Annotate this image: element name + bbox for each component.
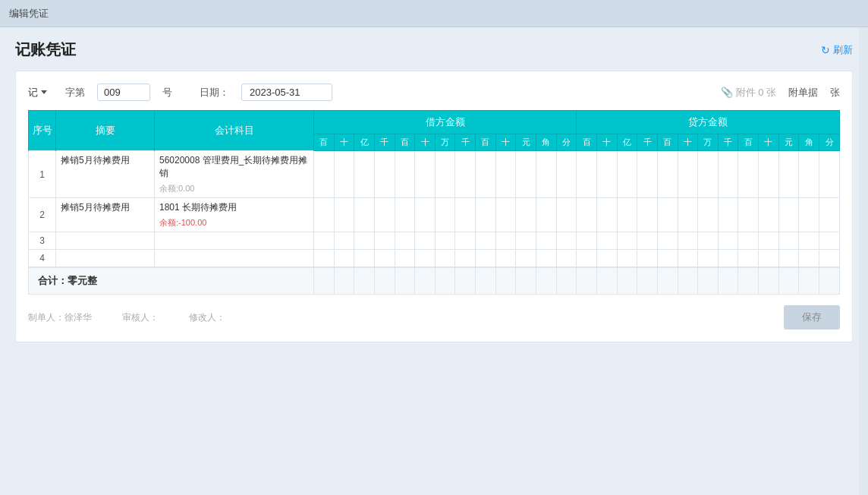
row-credit-9[interactable] — [759, 151, 779, 198]
row-credit-5[interactable] — [678, 232, 698, 250]
row-summary[interactable] — [56, 232, 155, 250]
refresh-button[interactable]: ↻ 刷新 — [821, 43, 853, 57]
row-debit-3[interactable] — [374, 250, 395, 268]
row-debit-9[interactable] — [495, 198, 516, 232]
row-debit-6[interactable] — [435, 250, 455, 268]
row-account[interactable] — [155, 232, 314, 250]
row-credit-1[interactable] — [596, 250, 617, 268]
row-credit-2[interactable] — [617, 151, 637, 198]
row-credit-10[interactable] — [778, 232, 799, 250]
row-credit-12[interactable] — [819, 232, 840, 250]
row-debit-2[interactable] — [354, 198, 375, 232]
row-credit-3[interactable] — [637, 232, 658, 250]
row-debit-9[interactable] — [495, 232, 516, 250]
row-debit-2[interactable] — [354, 151, 375, 198]
row-debit-12[interactable] — [556, 250, 577, 268]
row-debit-4[interactable] — [395, 232, 415, 250]
row-summary[interactable]: 摊销5月待摊费用 — [56, 198, 155, 232]
row-debit-10[interactable] — [516, 151, 536, 198]
row-debit-1[interactable] — [334, 198, 354, 232]
row-debit-10[interactable] — [516, 250, 536, 268]
row-debit-12[interactable] — [556, 232, 577, 250]
row-credit-4[interactable] — [657, 151, 678, 198]
row-debit-5[interactable] — [415, 151, 436, 198]
date-input[interactable] — [241, 84, 332, 101]
row-debit-0[interactable] — [314, 151, 335, 198]
row-debit-8[interactable] — [476, 151, 496, 198]
row-debit-11[interactable] — [536, 151, 557, 198]
row-credit-8[interactable] — [738, 250, 759, 268]
row-credit-5[interactable] — [678, 151, 698, 198]
row-credit-12[interactable] — [819, 250, 840, 268]
row-debit-6[interactable] — [435, 198, 455, 232]
row-credit-2[interactable] — [617, 198, 637, 232]
row-debit-1[interactable] — [334, 232, 354, 250]
row-credit-11[interactable] — [799, 250, 819, 268]
row-credit-2[interactable] — [617, 250, 637, 268]
row-credit-11[interactable] — [799, 198, 819, 232]
row-debit-11[interactable] — [536, 250, 557, 268]
row-credit-5[interactable] — [678, 198, 698, 232]
row-debit-2[interactable] — [354, 232, 375, 250]
row-credit-1[interactable] — [596, 232, 617, 250]
row-credit-10[interactable] — [778, 198, 799, 232]
row-debit-4[interactable] — [395, 198, 415, 232]
row-credit-0[interactable] — [577, 250, 597, 268]
row-debit-5[interactable] — [415, 250, 436, 268]
row-debit-2[interactable] — [354, 250, 375, 268]
attach-single-label[interactable]: 附单据 — [788, 86, 818, 99]
row-account[interactable]: 56020008 管理费用_长期待摊费用摊销余额:0.00 — [155, 151, 314, 198]
row-debit-0[interactable] — [314, 232, 335, 250]
row-debit-0[interactable] — [314, 250, 335, 268]
row-account[interactable] — [155, 250, 314, 268]
row-credit-8[interactable] — [738, 198, 759, 232]
row-credit-7[interactable] — [718, 232, 738, 250]
row-credit-8[interactable] — [738, 232, 759, 250]
row-credit-9[interactable] — [759, 198, 779, 232]
row-credit-12[interactable] — [819, 198, 840, 232]
row-debit-10[interactable] — [516, 198, 536, 232]
row-debit-1[interactable] — [334, 250, 354, 268]
zi-input[interactable] — [97, 84, 150, 101]
row-debit-7[interactable] — [455, 151, 476, 198]
row-debit-11[interactable] — [536, 198, 557, 232]
row-account[interactable]: 1801 长期待摊费用余额:-100.00 — [155, 198, 314, 232]
row-credit-4[interactable] — [657, 198, 678, 232]
row-credit-6[interactable] — [698, 232, 719, 250]
row-debit-7[interactable] — [455, 250, 476, 268]
row-debit-5[interactable] — [415, 232, 436, 250]
row-debit-3[interactable] — [374, 232, 395, 250]
row-credit-11[interactable] — [799, 151, 819, 198]
row-credit-0[interactable] — [577, 151, 597, 198]
row-summary[interactable] — [56, 250, 155, 268]
row-debit-10[interactable] — [516, 232, 536, 250]
row-debit-6[interactable] — [435, 151, 455, 198]
row-debit-9[interactable] — [495, 151, 516, 198]
scrollbar[interactable] — [859, 27, 868, 495]
row-credit-6[interactable] — [698, 151, 719, 198]
row-credit-6[interactable] — [698, 198, 719, 232]
row-credit-9[interactable] — [759, 250, 779, 268]
row-debit-9[interactable] — [495, 250, 516, 268]
row-debit-1[interactable] — [334, 151, 354, 198]
row-credit-6[interactable] — [698, 250, 719, 268]
row-credit-8[interactable] — [738, 151, 759, 198]
row-credit-3[interactable] — [637, 250, 658, 268]
row-credit-3[interactable] — [637, 198, 658, 232]
row-debit-5[interactable] — [415, 198, 436, 232]
row-credit-4[interactable] — [657, 232, 678, 250]
row-debit-3[interactable] — [374, 151, 395, 198]
attachment-link[interactable]: 📎 附件 0 张 — [721, 86, 776, 99]
row-credit-9[interactable] — [759, 232, 779, 250]
row-debit-8[interactable] — [476, 250, 496, 268]
row-summary[interactable]: 摊销5月待摊费用 — [56, 151, 155, 198]
row-credit-1[interactable] — [596, 198, 617, 232]
row-debit-3[interactable] — [374, 198, 395, 232]
row-debit-11[interactable] — [536, 232, 557, 250]
row-debit-7[interactable] — [455, 198, 476, 232]
ji-select-button[interactable]: 记 — [28, 86, 47, 99]
row-credit-10[interactable] — [778, 250, 799, 268]
row-debit-0[interactable] — [314, 198, 335, 232]
row-debit-8[interactable] — [476, 198, 496, 232]
row-credit-2[interactable] — [617, 232, 637, 250]
